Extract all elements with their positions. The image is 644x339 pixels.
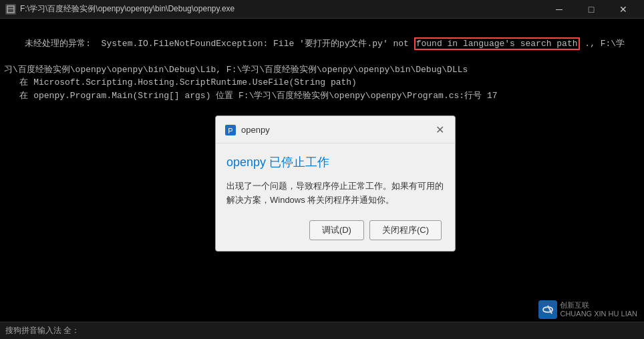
console-line-1: 未经处理的异常: System.IO.FileNotFoundException… (4, 24, 640, 63)
window-controls: ─ □ ✕ (544, 0, 639, 19)
debug-button[interactable]: 调试(D) (309, 220, 364, 240)
dialog-title-bar: P openpy ✕ (216, 116, 455, 143)
watermark-line1: 创新互联 (560, 301, 637, 310)
app-icon (5, 4, 16, 15)
highlight-text: found in language's search path (414, 37, 580, 50)
dialog-message: 出现了一个问题，导致程序停止正常工作。如果有可用的解决方案，Windows 将关… (226, 180, 444, 208)
dialog-title-left: P openpy (224, 123, 270, 137)
watermark-text: 创新互联 CHUANG XIN HU LIAN (560, 301, 637, 318)
status-bar: 搜狗拼音输入法 全： (0, 322, 644, 339)
maximize-button[interactable]: □ (576, 0, 607, 19)
dialog-app-icon: P (224, 123, 237, 137)
status-text: 搜狗拼音输入法 全： (5, 325, 79, 336)
watermark-icon (538, 300, 557, 319)
dialog-title-text: openpy (241, 125, 270, 135)
svg-text:P: P (228, 127, 232, 135)
svg-rect-0 (7, 6, 14, 13)
close-program-button[interactable]: 关闭程序(C) (369, 220, 442, 240)
dialog-buttons: 调试(D) 关闭程序(C) (226, 220, 444, 243)
close-button[interactable]: ✕ (608, 0, 639, 19)
watermark: 创新互联 CHUANG XIN HU LIAN (538, 300, 637, 319)
console-line-2: 习\百度经验实例\openpy\openpy\bin\Debug\Lib, F:… (4, 63, 640, 77)
dialog-body: openpy 已停止工作 出现了一个问题，导致程序停止正常工作。如果有可用的解决… (216, 143, 455, 252)
dialog-heading: openpy 已停止工作 (226, 154, 444, 170)
dialog-close-button[interactable]: ✕ (432, 123, 447, 137)
console-line-4: 在 openpy.Program.Main(String[] args) 位置 … (4, 89, 640, 103)
window-title: F:\学习\百度经验实例\openpy\openpy\bin\Debug\ope… (20, 3, 234, 15)
title-bar-left: F:\学习\百度经验实例\openpy\openpy\bin\Debug\ope… (5, 3, 234, 15)
minimize-button[interactable]: ─ (544, 0, 575, 19)
console-line-3: 在 Microsoft.Scripting.Hosting.ScriptRunt… (4, 76, 640, 89)
console-text-post: ., F:\学 (580, 39, 625, 49)
error-dialog: P openpy ✕ openpy 已停止工作 出现了一个问题，导致程序停止正常… (215, 115, 456, 252)
title-bar: F:\学习\百度经验实例\openpy\openpy\bin\Debug\ope… (0, 0, 644, 19)
watermark-line2: CHUANG XIN HU LIAN (560, 310, 637, 318)
console-text-pre: 未经处理的异常: System.IO.FileNotFoundException… (25, 39, 414, 49)
